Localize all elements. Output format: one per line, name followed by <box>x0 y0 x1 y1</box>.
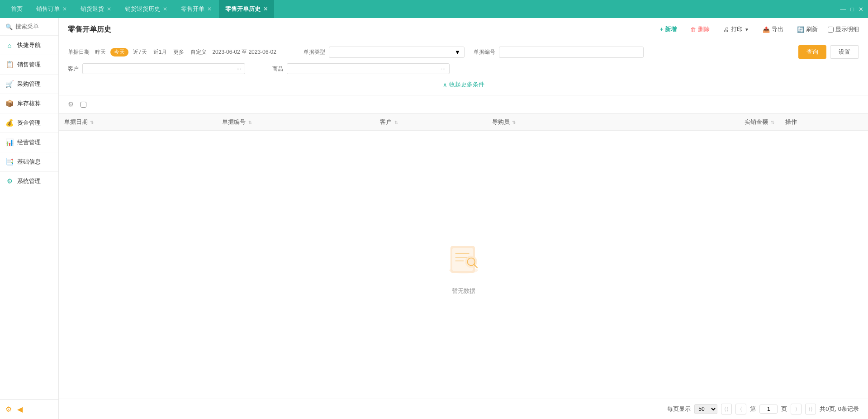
col-action: 操作 <box>780 114 868 131</box>
new-button[interactable]: + 新增 <box>656 24 680 35</box>
sidebar-label-quick-nav: 快捷导航 <box>17 41 41 49</box>
doc-type-select[interactable]: ▼ <box>329 47 465 58</box>
page-word: 第 <box>750 405 756 413</box>
col-date[interactable]: 单据日期 ⇅ <box>59 114 217 131</box>
sidebar-item-sys-mgmt[interactable]: ⚙系统管理 <box>0 172 58 191</box>
col-amount-sort: ⇅ <box>771 120 774 125</box>
tab-retail-open-history[interactable]: 零售开单历史✕ <box>219 0 274 18</box>
tab-label-sales-order: 销售订单 <box>36 5 60 13</box>
tab-sales-return-history[interactable]: 销货退货历史✕ <box>119 0 174 18</box>
date-option-1month[interactable]: 近1月 <box>152 47 169 57</box>
page-number-input[interactable] <box>759 405 778 414</box>
doc-type-label: 单据类型 <box>304 48 325 56</box>
col-amount[interactable]: 实销金额 ⇅ <box>621 114 779 131</box>
tab-label-sales-return-history: 销货退货历史 <box>125 5 160 13</box>
sidebar-label-ops-mgmt: 经营管理 <box>17 138 41 146</box>
date-option-yesterday[interactable]: 昨天 <box>93 47 108 57</box>
date-option-7days[interactable]: 近7天 <box>131 47 149 57</box>
refresh-button[interactable]: 🔄 刷新 <box>793 24 821 35</box>
collapse-filter-button[interactable]: ∧ 收起更多条件 <box>68 79 859 90</box>
new-button-label: + 新增 <box>660 25 677 33</box>
date-option-more[interactable]: 更多 <box>171 47 186 57</box>
tab-close-sales-order[interactable]: ✕ <box>62 6 67 12</box>
print-button[interactable]: 🖨 打印 ▼ <box>720 24 753 35</box>
sidebar-icon-basic-info: 📑 <box>5 158 14 166</box>
sidebar-item-sales-mgmt[interactable]: 📋销售管理 <box>0 55 58 75</box>
collapse-up-icon: ∧ <box>443 81 447 88</box>
tab-home[interactable]: 首页 <box>5 0 29 18</box>
doc-no-input[interactable] <box>499 47 644 58</box>
tab-label-home: 首页 <box>11 5 23 13</box>
collapse-icon[interactable]: ◀ <box>17 405 23 414</box>
content-area: 零售开单历史 + 新增 🗑 删除 🖨 打印 ▼ 📤 <box>59 18 868 419</box>
sidebar-item-basic-info[interactable]: 📑基础信息 <box>0 152 58 172</box>
tab-close-retail-open-history[interactable]: ✕ <box>263 6 268 12</box>
pagination: 每页显示 50 100 200 ⟨⟨ ⟨ 第 页 ⟩ ⟩⟩ 共0页, 0条记录 <box>59 399 868 419</box>
sidebar-item-finance-mgmt[interactable]: 💰资金管理 <box>0 113 58 133</box>
settings-icon[interactable]: ⚙ <box>5 405 12 414</box>
date-options: 昨天 今天 近7天 近1月 更多 自定义 <box>93 47 209 57</box>
select-all-checkbox[interactable] <box>81 102 86 108</box>
date-filter-label: 单据日期 <box>68 48 90 56</box>
col-no-label: 单据编号 <box>222 118 246 125</box>
tab-sales-return[interactable]: 销货退货✕ <box>74 0 118 18</box>
sidebar-label-sales-mgmt: 销售管理 <box>17 61 41 69</box>
tab-sales-order[interactable]: 销售订单✕ <box>30 0 73 18</box>
last-page-button[interactable]: ⟩⟩ <box>805 404 816 414</box>
col-no[interactable]: 单据编号 ⇅ <box>217 114 375 131</box>
sidebar-label-finance-mgmt: 资金管理 <box>17 119 41 127</box>
date-option-custom[interactable]: 自定义 <box>189 47 209 57</box>
display-detail-checkbox-group[interactable]: 显示明细 <box>828 25 859 33</box>
export-icon: 📤 <box>763 26 770 33</box>
sidebar-item-quick-nav[interactable]: ⌂快捷导航 <box>0 36 58 55</box>
date-option-today[interactable]: 今天 <box>110 48 128 56</box>
sidebar-item-inventory[interactable]: 📦库存核算 <box>0 94 58 113</box>
settings-button[interactable]: 设置 <box>830 45 859 59</box>
first-page-button[interactable]: ⟨⟨ <box>721 404 732 414</box>
close-icon[interactable]: ✕ <box>859 6 863 13</box>
per-page-select[interactable]: 50 100 200 <box>694 404 717 414</box>
export-button[interactable]: 📤 导出 <box>759 24 787 35</box>
table-header-row: 单据日期 ⇅ 单据编号 ⇅ 客户 ⇅ 导购员 ⇅ <box>59 114 868 131</box>
tab-close-retail-open[interactable]: ✕ <box>207 6 212 12</box>
goods-filter-field: 商品 ··· <box>272 63 450 74</box>
tab-close-sales-return[interactable]: ✕ <box>107 6 111 12</box>
date-range-value: 2023-06-02 至 2023-06-02 <box>212 48 276 56</box>
customer-select[interactable]: ··· <box>82 63 245 74</box>
minimize-icon[interactable]: — <box>840 6 846 13</box>
tab-label-retail-open: 零售开单 <box>181 5 204 13</box>
col-salesperson[interactable]: 导购员 ⇅ <box>487 114 621 131</box>
table-settings-icon[interactable]: ⚙ <box>65 99 76 110</box>
sidebar-icon-purchase-mgmt: 🛒 <box>5 80 14 88</box>
maximize-icon[interactable]: □ <box>850 6 854 13</box>
sidebar-search-label: 搜索采单 <box>15 23 39 31</box>
col-customer[interactable]: 客户 ⇅ <box>375 114 487 131</box>
col-amount-label: 实销金额 <box>745 118 768 125</box>
sidebar-label-sys-mgmt: 系统管理 <box>17 177 41 185</box>
col-salesperson-label: 导购员 <box>492 118 510 125</box>
query-button[interactable]: 查询 <box>798 45 826 59</box>
sidebar-label-inventory: 库存核算 <box>17 99 41 108</box>
tab-retail-open[interactable]: 零售开单✕ <box>175 0 218 18</box>
page-label: 页 <box>781 405 787 413</box>
next-page-button[interactable]: ⟩ <box>791 404 802 414</box>
col-no-sort: ⇅ <box>248 120 252 125</box>
sidebar-search[interactable]: 🔍 搜索采单 <box>0 18 58 36</box>
prev-page-button[interactable]: ⟨ <box>735 404 746 414</box>
top-bar: 首页销售订单✕销货退货✕销货退货历史✕零售开单✕零售开单历史✕ — □ ✕ <box>0 0 868 18</box>
display-detail-checkbox[interactable] <box>828 27 834 33</box>
goods-select[interactable]: ··· <box>287 63 450 74</box>
doc-type-dropdown-icon: ▼ <box>455 49 460 56</box>
delete-button[interactable]: 🗑 删除 <box>687 24 713 35</box>
tab-close-sales-return-history[interactable]: ✕ <box>163 6 167 12</box>
sidebar-item-ops-mgmt[interactable]: 📊经营管理 <box>0 133 58 152</box>
sidebar-icon-inventory: 📦 <box>5 99 14 108</box>
customer-filter-field: 客户 ··· <box>68 63 245 74</box>
sidebar: 🔍 搜索采单 ⌂快捷导航📋销售管理🛒采购管理📦库存核算💰资金管理📊经营管理📑基础… <box>0 18 59 419</box>
col-date-label: 单据日期 <box>64 118 88 125</box>
sidebar-icon-sales-mgmt: 📋 <box>5 61 14 69</box>
sidebar-label-basic-info: 基础信息 <box>17 158 41 166</box>
display-detail-label: 显示明细 <box>835 25 859 33</box>
empty-state-icon <box>441 235 486 280</box>
sidebar-item-purchase-mgmt[interactable]: 🛒采购管理 <box>0 75 58 94</box>
